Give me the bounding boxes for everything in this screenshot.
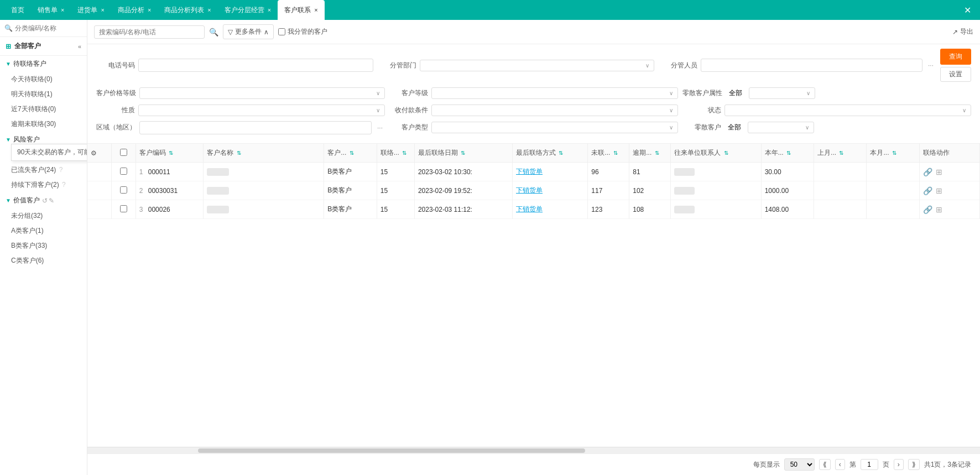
filter-phone-input[interactable] bbox=[138, 59, 373, 72]
filter-level: 客户等级 ∨ bbox=[389, 87, 678, 99]
filter-level-label: 客户等级 bbox=[389, 88, 428, 98]
my-customers-checkbox[interactable] bbox=[278, 28, 285, 35]
row-last-method[interactable]: 下销货单 bbox=[513, 200, 588, 219]
filter-search-input[interactable] bbox=[94, 25, 205, 39]
tab-analysis-list[interactable]: 商品分析列表 × bbox=[158, 0, 217, 20]
last-method-link[interactable]: 下销货单 bbox=[516, 168, 543, 175]
query-button[interactable]: 查询 bbox=[940, 49, 971, 65]
sidebar-search-input[interactable] bbox=[15, 24, 82, 32]
row-checkbox[interactable] bbox=[120, 205, 127, 212]
col-last-month[interactable]: 上月... ⇅ bbox=[814, 144, 867, 163]
sidebar-item-today[interactable]: 今天待联络(0) bbox=[0, 72, 87, 87]
sidebar-item-churned[interactable]: 已流失客户(24) ? bbox=[0, 163, 87, 178]
row-checkbox[interactable] bbox=[120, 186, 127, 194]
refresh-icon[interactable]: ↺ bbox=[42, 197, 48, 205]
row-checkbox-cell[interactable] bbox=[112, 163, 136, 181]
close-tab-analysis-list[interactable]: × bbox=[207, 7, 211, 13]
row-checkbox-cell[interactable] bbox=[112, 181, 136, 200]
action-link-icon[interactable]: 🔗 bbox=[923, 168, 932, 176]
action-grid-icon[interactable]: ⊞ bbox=[936, 186, 942, 195]
last-method-link[interactable]: 下销货单 bbox=[516, 205, 543, 213]
sidebar-all-customers[interactable]: ⊞ 全部客户 « bbox=[0, 37, 87, 56]
tab-sales[interactable]: 销售单 × bbox=[31, 0, 71, 20]
col-this-month[interactable]: 本月... ⇅ bbox=[867, 144, 919, 163]
tab-home[interactable]: 首页 bbox=[4, 0, 31, 20]
sidebar-group-value[interactable]: ▼ 价值客户 ↺ ✎ bbox=[0, 192, 87, 208]
tab-customer-layer[interactable]: 客户分层经营 × bbox=[218, 0, 278, 20]
sidebar-item-declining[interactable]: 持续下滑客户(2) ? bbox=[0, 178, 87, 192]
filter-payment-select[interactable]: ∨ bbox=[431, 105, 678, 116]
row-checkbox[interactable] bbox=[120, 168, 127, 175]
close-tab-customer-layer[interactable]: × bbox=[268, 7, 271, 13]
sidebar-item-7days[interactable]: 近7天待联络(0) bbox=[0, 102, 87, 117]
action-grid-icon[interactable]: ⊞ bbox=[936, 205, 942, 214]
col-code[interactable]: 客户编码 ⇅ bbox=[135, 144, 204, 163]
filter-scatter-cust-select[interactable]: ∨ bbox=[748, 122, 814, 133]
sidebar-item-ungroup[interactable]: 未分组(32) bbox=[0, 208, 87, 223]
horizontal-scrollbar[interactable] bbox=[87, 447, 980, 453]
row-last-method[interactable]: 下销货单 bbox=[513, 163, 588, 181]
col-name[interactable]: 客户名称 ⇅ bbox=[204, 144, 324, 163]
tab-purchase[interactable]: 进货单 × bbox=[71, 0, 111, 20]
close-tab-customer-contact[interactable]: × bbox=[314, 7, 317, 13]
col-contact[interactable]: 联络... ⇅ bbox=[377, 144, 414, 163]
row-checkbox-cell[interactable] bbox=[112, 200, 136, 219]
col-this-year[interactable]: 本年... ⇅ bbox=[761, 144, 814, 163]
col-checkbox[interactable] bbox=[112, 144, 136, 163]
row-code: 00030031 bbox=[148, 187, 178, 195]
settings-button[interactable]: 设置 bbox=[940, 67, 971, 82]
action-link-icon[interactable]: 🔗 bbox=[923, 205, 932, 214]
filter-status-select[interactable]: ∨ bbox=[724, 105, 971, 116]
scrollbar-thumb[interactable] bbox=[198, 448, 585, 453]
filter-person: 分管人员 ··· bbox=[659, 59, 936, 72]
col-type[interactable]: 客户... ⇅ bbox=[324, 144, 377, 163]
filter-dept-select[interactable]: ∨ bbox=[420, 60, 655, 71]
last-method-link[interactable]: 下销货单 bbox=[516, 186, 543, 194]
col-last-method[interactable]: 最后联络方式 ⇅ bbox=[513, 144, 588, 163]
close-tab-analysis[interactable]: × bbox=[148, 7, 151, 13]
tab-customer-contact[interactable]: 客户联系 × bbox=[278, 0, 324, 20]
sidebar-item-tomorrow[interactable]: 明天待联络(1) bbox=[0, 87, 87, 102]
filter-nature-select[interactable]: ∨ bbox=[138, 105, 385, 116]
sidebar-item-b-class[interactable]: B类客户(33) bbox=[0, 238, 87, 253]
action-grid-icon[interactable]: ⊞ bbox=[936, 168, 942, 176]
filter-level-select[interactable]: ∨ bbox=[431, 87, 678, 99]
next-page-button[interactable]: › bbox=[894, 459, 904, 470]
filter-person-dots[interactable]: ··· bbox=[926, 61, 936, 69]
filter-scatter-attr-select[interactable]: ∨ bbox=[749, 87, 815, 99]
filter-person-input[interactable] bbox=[701, 59, 922, 72]
filter-more-conditions[interactable]: ▽ 更多条件 ∧ bbox=[223, 24, 274, 39]
filter-region-input[interactable] bbox=[139, 121, 372, 134]
col-contact-person[interactable]: 往来单位联系人 ⇅ bbox=[671, 144, 762, 163]
col-settings[interactable]: ⚙ bbox=[87, 144, 112, 163]
action-link-icon[interactable]: 🔗 bbox=[923, 186, 932, 195]
col-overdue[interactable]: 逾期... ⇅ bbox=[629, 144, 671, 163]
close-all-button[interactable]: ✕ bbox=[960, 5, 976, 15]
last-page-button[interactable]: ⟫ bbox=[908, 459, 920, 470]
sidebar-item-a-class[interactable]: A类客户(1) bbox=[0, 223, 87, 238]
col-last-date[interactable]: 最后联络日期 ⇅ bbox=[414, 144, 512, 163]
close-tab-sales[interactable]: × bbox=[61, 7, 64, 13]
sidebar-group-risk[interactable]: ▼ 风险客户 90天未交易的客户，可能有流失风险。 bbox=[0, 132, 87, 148]
export-button[interactable]: ↗ 导出 bbox=[952, 27, 973, 36]
filter-cust-type-select[interactable]: ∨ bbox=[431, 122, 678, 133]
prev-page-button[interactable]: ‹ bbox=[835, 459, 845, 470]
first-page-button[interactable]: ⟪ bbox=[819, 459, 831, 470]
col-uncontacted[interactable]: 未联... ⇅ bbox=[588, 144, 629, 163]
sidebar-group-pending[interactable]: ▼ 待联络客户 bbox=[0, 56, 87, 72]
tab-analysis[interactable]: 商品分析 × bbox=[111, 0, 158, 20]
filter-region-dots[interactable]: ··· bbox=[375, 124, 385, 132]
edit-icon[interactable]: ✎ bbox=[49, 197, 54, 205]
sidebar-item-c-class[interactable]: C类客户(6) bbox=[0, 253, 87, 268]
sidebar-collapse-icon[interactable]: « bbox=[78, 43, 81, 50]
filter-search-button[interactable]: 🔍 bbox=[209, 28, 218, 36]
filter-scatter-attr-label: 零散客户属性 bbox=[682, 88, 722, 98]
sidebar-item-overdue[interactable]: 逾期未联络(30) bbox=[0, 117, 87, 132]
close-tab-purchase[interactable]: × bbox=[101, 7, 104, 13]
page-input[interactable] bbox=[861, 459, 878, 470]
select-all-checkbox[interactable] bbox=[120, 149, 127, 156]
row-last-method[interactable]: 下销货单 bbox=[513, 181, 588, 200]
per-page-select[interactable]: 50 100 200 bbox=[784, 458, 815, 471]
my-customers-filter[interactable]: 我分管的客户 bbox=[278, 27, 327, 36]
filter-price-level-select[interactable]: ∨ bbox=[139, 87, 385, 99]
